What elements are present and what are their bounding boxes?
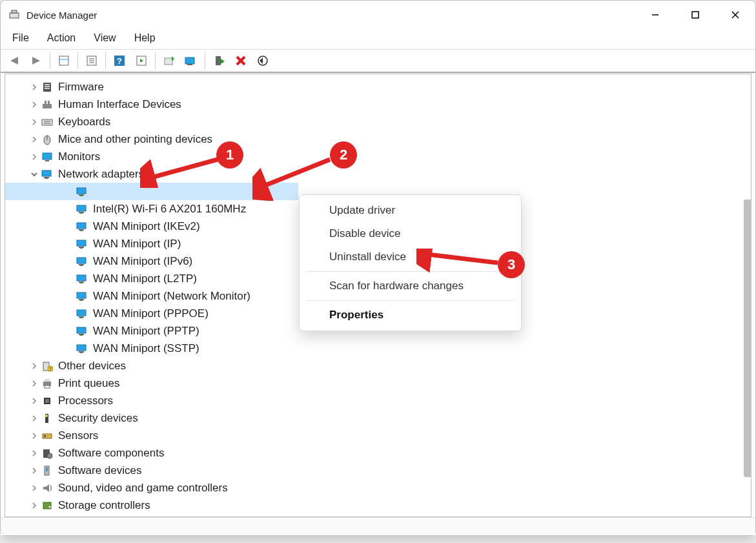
context-scan-hardware[interactable]: Scan for hardware changes xyxy=(300,274,521,298)
refresh-icon[interactable] xyxy=(253,51,272,70)
svg-rect-68 xyxy=(80,318,83,318)
network-icon xyxy=(75,324,89,338)
tree-item-label: Other devices xyxy=(58,360,126,373)
close-button[interactable] xyxy=(715,1,755,29)
svg-rect-1 xyxy=(12,10,17,13)
titlebar: Device Manager xyxy=(1,1,755,29)
svg-rect-50 xyxy=(80,213,83,214)
expand-arrow-icon[interactable] xyxy=(28,360,40,372)
back-icon[interactable] xyxy=(5,51,24,70)
device-category[interactable]: Processors xyxy=(5,392,751,409)
scrollbar-thumb[interactable] xyxy=(744,200,751,477)
svg-rect-40 xyxy=(43,153,52,159)
device-category[interactable]: Sound, video and game controllers xyxy=(5,479,751,497)
toolbar-separator xyxy=(77,52,78,69)
svg-rect-64 xyxy=(79,299,84,300)
svg-rect-18 xyxy=(165,58,172,65)
menubar: File Action View Help xyxy=(1,29,755,50)
device-item[interactable]: WAN Miniport (SSTP) xyxy=(5,340,751,357)
network-icon xyxy=(75,342,89,356)
svg-rect-3 xyxy=(692,12,699,18)
device-category[interactable]: Keyboards xyxy=(5,113,751,130)
svg-marker-19 xyxy=(172,56,174,61)
svg-rect-48 xyxy=(77,205,86,211)
expand-arrow-icon[interactable] xyxy=(28,465,40,476)
svg-rect-86 xyxy=(44,435,46,437)
svg-text:?: ? xyxy=(117,56,122,66)
forward-icon[interactable] xyxy=(26,51,46,70)
properties-icon[interactable] xyxy=(82,51,101,70)
menu-file[interactable]: File xyxy=(5,30,37,46)
menu-view[interactable]: View xyxy=(86,30,123,46)
network-icon xyxy=(40,167,54,181)
expand-arrow-icon[interactable] xyxy=(28,151,40,163)
svg-rect-66 xyxy=(77,310,86,316)
enable-device-icon[interactable] xyxy=(209,51,229,70)
tree-item-label: WAN Miniport (IPv6) xyxy=(93,255,192,268)
list-icon[interactable] xyxy=(132,51,151,70)
device-category[interactable]: ?Other devices xyxy=(5,357,751,374)
svg-rect-22 xyxy=(216,56,221,65)
vertical-scrollbar[interactable] xyxy=(742,83,753,516)
toolbar: ? xyxy=(1,50,755,73)
tree-item-label: Network adapters xyxy=(58,168,144,181)
expand-arrow-icon[interactable] xyxy=(28,500,40,511)
device-category[interactable]: Software devices xyxy=(5,462,751,479)
uninstall-icon[interactable] xyxy=(231,51,250,70)
context-disable-device[interactable]: Disable device xyxy=(300,222,521,245)
tree-item-label: Monitors xyxy=(58,150,100,163)
device-category[interactable]: Network adapters xyxy=(5,165,751,183)
expand-arrow-icon xyxy=(63,238,75,250)
annotation-arrow-1 xyxy=(140,156,224,188)
device-category[interactable]: Software components xyxy=(5,444,751,462)
minimize-button[interactable] xyxy=(635,1,675,29)
device-category[interactable]: Security devices xyxy=(5,409,751,427)
context-properties[interactable]: Properties xyxy=(300,303,521,327)
device-category[interactable]: Monitors xyxy=(5,148,751,165)
svg-rect-65 xyxy=(80,300,83,301)
menu-action[interactable]: Action xyxy=(39,30,83,46)
expand-arrow-icon xyxy=(63,203,75,215)
tree-item-label: Storage controllers xyxy=(58,499,150,512)
svg-marker-17 xyxy=(140,59,143,63)
expand-arrow-icon xyxy=(63,221,75,232)
show-tree-icon[interactable] xyxy=(54,51,74,70)
expand-arrow-icon[interactable] xyxy=(28,447,40,459)
svg-rect-79 xyxy=(45,379,50,382)
device-category[interactable]: Human Interface Devices xyxy=(5,96,751,113)
device-category[interactable]: Storage controllers xyxy=(5,497,751,514)
menu-help[interactable]: Help xyxy=(127,30,163,46)
expand-arrow-icon[interactable] xyxy=(28,81,40,93)
svg-marker-23 xyxy=(221,59,225,64)
expand-arrow-icon[interactable] xyxy=(28,134,40,145)
expand-arrow-icon[interactable] xyxy=(28,99,40,110)
device-category[interactable]: Firmware xyxy=(5,78,751,96)
device-category[interactable]: Print queues xyxy=(5,374,751,392)
toolbar-separator xyxy=(205,52,205,69)
maximize-button[interactable] xyxy=(675,1,715,29)
monitor-icon xyxy=(40,150,54,164)
svg-rect-92 xyxy=(43,502,51,509)
svg-rect-30 xyxy=(45,86,50,87)
device-category[interactable]: Mice and other pointing devices xyxy=(5,130,751,148)
svg-marker-27 xyxy=(260,57,263,64)
expand-arrow-icon[interactable] xyxy=(28,482,40,494)
tree-item-label: Software components xyxy=(58,447,164,460)
toolbar-separator xyxy=(155,52,156,69)
tree-item-label: Human Interface Devices xyxy=(58,98,181,111)
expand-arrow-icon[interactable] xyxy=(28,430,40,442)
expand-arrow-icon[interactable] xyxy=(28,378,40,389)
device-category[interactable]: Sensors xyxy=(5,427,751,444)
expand-arrow-icon[interactable] xyxy=(28,413,40,424)
svg-rect-46 xyxy=(79,194,84,196)
expand-arrow-icon[interactable] xyxy=(28,395,40,407)
toolbar-separator xyxy=(105,52,106,69)
annotation-badge-1: 1 xyxy=(216,141,243,169)
tree-item-label: Sound, video and game controllers xyxy=(58,482,228,495)
collapse-arrow-icon[interactable] xyxy=(28,169,40,180)
help-icon[interactable]: ? xyxy=(110,51,129,70)
expand-arrow-icon[interactable] xyxy=(28,116,40,128)
scan-hardware-icon[interactable] xyxy=(181,51,201,70)
context-update-driver[interactable]: Update driver xyxy=(300,199,521,222)
update-driver-icon[interactable] xyxy=(159,51,179,70)
